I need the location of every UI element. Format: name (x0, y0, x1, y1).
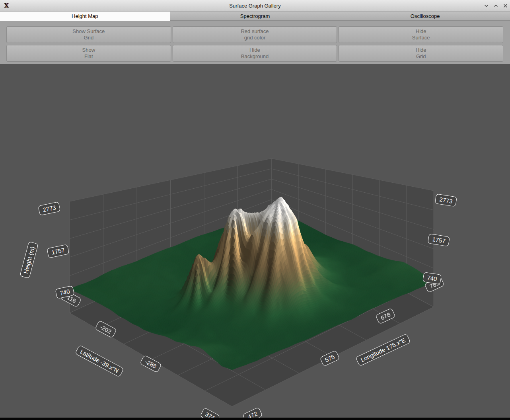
close-icon (503, 4, 508, 8)
button-label-line1: Red surface (241, 28, 269, 35)
button-label-line2: Surface (412, 35, 430, 41)
button-label-line2: Grid (416, 53, 426, 60)
chevron-up-icon (494, 4, 498, 8)
button-label-line2: grid color (244, 35, 265, 41)
button-label-line1: Hide (416, 47, 426, 53)
app-window: X Surface Graph Gallery Height Map Spect… (0, 0, 510, 420)
button-label-line2: Background (241, 53, 269, 60)
hide-background-button[interactable]: Hide Background (173, 45, 337, 62)
shade-button[interactable] (481, 0, 491, 11)
show-flat-button[interactable]: Show Flat (6, 45, 171, 62)
tab-height-map[interactable]: Height Map (0, 12, 170, 21)
show-surface-grid-button[interactable]: Show Surface Grid (6, 26, 171, 43)
surface-canvas[interactable] (0, 64, 510, 418)
maximize-button[interactable] (491, 0, 500, 11)
close-button[interactable] (500, 0, 510, 11)
surface-3d-view[interactable]: 2773 1757 740 Height (m) 2773 1757 740 -… (0, 64, 510, 418)
controls-panel: Show Surface Grid Red surface grid color… (0, 21, 510, 64)
hide-grid-button[interactable]: Hide Grid (339, 45, 503, 62)
window-bottom-edge (0, 418, 510, 420)
button-label-line1: Show Surface (72, 28, 105, 35)
button-label-line2: Flat (84, 53, 93, 60)
tab-bar: Height Map Spectrogram Oscilloscope (0, 12, 510, 21)
hide-surface-button[interactable]: Hide Surface (339, 26, 503, 43)
tab-oscilloscope[interactable]: Oscilloscope (340, 12, 510, 21)
window-title: Surface Graph Gallery (0, 3, 510, 9)
window-titlebar[interactable]: X Surface Graph Gallery (0, 0, 510, 12)
tab-spectrogram[interactable]: Spectrogram (170, 12, 341, 21)
window-controls (481, 0, 510, 11)
button-label-line1: Show (82, 47, 95, 53)
surface-grid-color-button[interactable]: Red surface grid color (173, 26, 337, 43)
button-label-line2: Grid (84, 35, 94, 41)
button-label-line1: Hide (416, 28, 426, 35)
app-icon: X (3, 2, 10, 9)
button-label-line1: Hide (249, 47, 260, 53)
chevron-down-icon (484, 4, 489, 8)
